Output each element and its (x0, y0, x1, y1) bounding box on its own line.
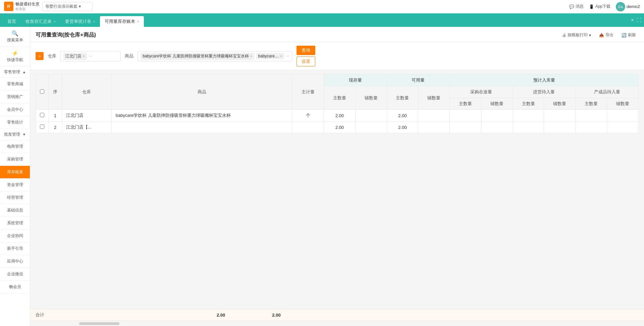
sidebar-item-enterprise-collab[interactable]: 企业协同 (0, 230, 30, 242)
th-seq: 序 (49, 75, 62, 110)
sidebar-inventory-label: 库存核算 (7, 169, 23, 175)
th-goods-pending-aux: 辅数量 (544, 98, 576, 110)
refresh-btn[interactable]: 🔄 刷新 (619, 31, 639, 39)
logo-area: 好 畅捷通好生意 标准版 (4, 2, 40, 11)
export-label: 导出 (605, 32, 613, 38)
sidebar-new-guide-label: 新手引导 (7, 246, 23, 251)
tab-available-stock-label: 可用量库存账本 (105, 18, 135, 25)
tab-receipts[interactable]: 收发存汇总表 × (21, 16, 60, 27)
tab-orders[interactable]: 要货单统计表 × (60, 16, 100, 27)
query-btn[interactable]: 查询 (297, 46, 315, 55)
sidebar-item-retail-stats[interactable]: 零售统计 (0, 116, 30, 129)
sidebar-item-operations[interactable]: 经营管理 (0, 191, 30, 204)
sidebar-item-member[interactable]: 畅会员 (0, 281, 30, 293)
sidebar-item-enterprise-wechat[interactable]: 企业微信 (0, 268, 30, 281)
sidebar-item-member-center[interactable]: 会员中心 (0, 103, 30, 116)
product-filter-label: 商品 (125, 53, 133, 59)
row-goods-pending-aux (544, 110, 576, 122)
th-avail-aux: 辅数量 (418, 86, 450, 110)
app-download-btn[interactable]: 📱 App下载 (589, 4, 610, 9)
warehouse-filter-input[interactable]: 江北门店 × ··· (60, 51, 121, 61)
row-purchase-transit-aux (481, 110, 513, 122)
data-table: 序 仓库 商品 主计量 现存量 可用量 预计入库量 主数量 辅数量 主数量 辅数… (36, 74, 639, 133)
message-btn[interactable]: 💬 消息 (569, 4, 584, 9)
logo-text: 畅捷通好生意 (15, 2, 40, 6)
refresh-icon: 🔄 (622, 33, 627, 38)
sidebar-operations-label: 经营管理 (7, 195, 23, 200)
product-tag-2-close[interactable]: × (280, 54, 282, 58)
settings-btn[interactable]: 设置 (297, 56, 315, 66)
expand-btn[interactable]: » (36, 52, 44, 60)
row-product-pending-aux (607, 122, 639, 133)
th-product: 商品 (111, 75, 292, 110)
sidebar-item-ecommerce[interactable]: 电商管理 (0, 140, 30, 153)
search-icon: 🔍 (12, 30, 18, 37)
product-tag-1-value: babycare学饮杯 儿童防摔防撞吸管杯重力球吸嘴杯宝宝水杯 (143, 53, 249, 59)
maximize-icon[interactable]: ⛶ (637, 17, 641, 23)
sidebar-quick-nav-label: 快捷导航 (7, 57, 23, 63)
warehouse-select-value: 母婴行业演示账套 (45, 4, 77, 9)
top-bar: 好 畅捷通好生意 标准版 母婴行业演示账套 ▾ 💬 消息 📱 App下载 Ea … (0, 0, 644, 13)
row-avail-main: 2.00 (387, 110, 418, 122)
download-icon: 📱 (589, 4, 594, 9)
sidebar-item-purchase[interactable]: 采购管理 (0, 153, 30, 166)
logo-icon: 好 (4, 2, 13, 11)
close-all-icon[interactable]: × (631, 17, 634, 23)
download-label: App下载 (595, 4, 610, 9)
row-checkbox[interactable] (36, 122, 49, 133)
row-checkbox[interactable] (36, 110, 49, 122)
product-tag-1: babycare学饮杯 儿童防摔防撞吸管杯重力球吸嘴杯宝宝水杯 × (141, 53, 254, 60)
warehouse-tag-close[interactable]: × (83, 54, 85, 58)
sidebar-item-quick-nav[interactable]: ⚡ 快捷导航 (0, 47, 30, 66)
sidebar-item-retail-mgmt[interactable]: 零售管理 ▲ (0, 66, 30, 78)
sidebar-item-retail-mall[interactable]: 零售商城 (0, 78, 30, 91)
table-wrap: 序 仓库 商品 主计量 现存量 可用量 预计入库量 主数量 辅数量 主数量 辅数… (30, 70, 644, 309)
product-ellipsis[interactable]: ··· (286, 54, 289, 58)
row-stock-aux (355, 110, 387, 122)
tab-available-stock[interactable]: 可用量库存账本 × (100, 16, 144, 27)
sidebar-item-wholesale-mgmt[interactable]: 批发管理 ▼ (0, 129, 30, 140)
row-warehouse: 江北门店【... (62, 122, 112, 133)
sidebar-item-system[interactable]: 系统管理 (0, 217, 30, 230)
product-filter-input[interactable]: babycare学饮杯 儿童防摔防撞吸管杯重力球吸嘴杯宝宝水杯 × babyca… (138, 51, 292, 61)
th-goods-pending: 进货待入量 (513, 86, 576, 98)
user-area[interactable]: Ea demo2 (616, 2, 640, 11)
product-tag-2: babycare… × (256, 53, 284, 59)
sidebar-item-new-guide[interactable]: 新手引导 (0, 242, 30, 255)
product-tag-1-close[interactable]: × (250, 54, 252, 58)
print-template-btn[interactable]: 🖨 按模板打印 ▾ (559, 31, 594, 39)
export-btn[interactable]: 📤 导出 (596, 31, 616, 39)
row-goods-pending-aux (544, 122, 576, 133)
select-all-checkbox[interactable] (40, 89, 44, 94)
sidebar-item-finance[interactable]: 资金管理 (0, 179, 30, 191)
filter-action-buttons: 查询 设置 (297, 46, 315, 66)
tab-orders-close[interactable]: × (93, 20, 95, 24)
chevron-down-icon-wholesale: ▼ (22, 133, 26, 136)
th-checkbox (36, 75, 49, 110)
warehouse-select[interactable]: 母婴行业演示账套 ▾ (42, 2, 93, 11)
row-product (111, 122, 292, 133)
row-unit: 个 (292, 110, 324, 122)
sidebar-item-inventory[interactable]: 库存核算 (0, 166, 30, 179)
print-icon: 🖨 (562, 33, 566, 38)
row-unit (292, 122, 324, 133)
row-purchase-transit-aux (481, 122, 513, 133)
tab-home[interactable]: 首页 (3, 16, 21, 27)
tab-available-stock-close[interactable]: × (137, 20, 139, 24)
sidebar-item-basic-info[interactable]: 基础信息 (0, 204, 30, 217)
sidebar-item-app-center[interactable]: 应用中心 (0, 255, 30, 268)
sidebar-item-search[interactable]: 🔍 搜索菜单 (0, 27, 30, 47)
export-icon: 📤 (599, 33, 604, 38)
warehouse-ellipsis[interactable]: ··· (89, 54, 92, 58)
sidebar-app-center-label: 应用中心 (7, 259, 23, 264)
row-avail-aux (418, 110, 450, 122)
tab-receipts-close[interactable]: × (54, 20, 56, 24)
horizontal-scrollbar[interactable] (79, 322, 119, 325)
th-product-pending-main: 主数量 (576, 98, 607, 110)
sidebar-item-marketing[interactable]: 营销推广 (0, 91, 30, 103)
th-product-pending: 产成品待入量 (576, 86, 639, 98)
row-avail-aux (418, 122, 450, 133)
scroll-area (30, 321, 644, 326)
nav-tab-close-all: × ⛶ (631, 17, 641, 23)
sidebar-enterprise-wechat-label: 企业微信 (7, 271, 23, 277)
